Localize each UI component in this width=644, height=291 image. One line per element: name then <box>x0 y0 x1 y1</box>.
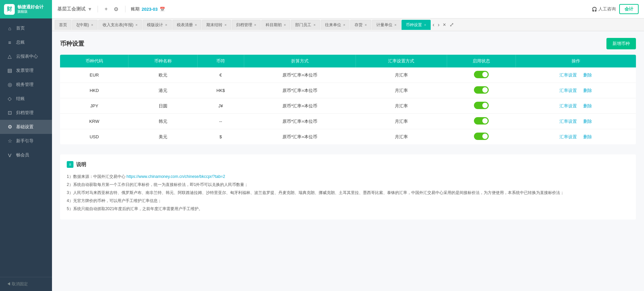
sidebar-item-ledger-label: 总账 <box>16 39 25 45</box>
col-status: 启用状态 <box>447 55 516 67</box>
tab-units[interactable]: 计量单位 × <box>372 20 401 30</box>
delete-link-4[interactable]: 删除 <box>583 134 592 139</box>
tab-period[interactable]: ξ(中期) × <box>72 20 98 30</box>
tab-tax[interactable]: 税表清册 × <box>172 20 201 30</box>
sidebar-item-guide[interactable]: ☆ 新手引导 <box>0 134 52 148</box>
tab-prev-btn[interactable]: ‹ <box>431 21 436 29</box>
delete-link-0[interactable]: 删除 <box>583 72 592 78</box>
delete-link-2[interactable]: 删除 <box>583 103 592 108</box>
sidebar-item-member[interactable]: V 畅会员 <box>0 148 52 162</box>
customer-service-btn[interactable]: 🎧 人工咨询 <box>592 6 616 12</box>
tab-period-end-close[interactable]: × <box>224 23 226 27</box>
cell-symbol-1: HK$ <box>197 83 244 98</box>
tab-next-btn[interactable]: › <box>436 21 441 29</box>
tab-template[interactable]: 模版设计 × <box>143 20 171 30</box>
rate-setting-link-3[interactable]: 汇率设置 <box>559 119 577 124</box>
period-value: 2023-03 <box>142 7 158 12</box>
checkout-icon: ◇ <box>7 96 13 102</box>
cell-method-2: 原币*汇率=本位币 <box>244 98 356 114</box>
delete-link-3[interactable]: 删除 <box>583 119 592 124</box>
tab-home[interactable]: 首页 <box>55 20 71 30</box>
table-header-row: 币种代码 币种名称 币符 折算方式 汇率设置方式 启用状态 操作 <box>60 55 636 67</box>
tab-currency[interactable]: 币种设置 × <box>401 20 430 30</box>
rate-setting-link-2[interactable]: 汇率设置 <box>559 103 577 108</box>
tab-currency-close[interactable]: × <box>424 23 426 27</box>
sidebar-item-home-label: 首页 <box>16 25 25 31</box>
table-row: USD 美元 $ 原币*汇率=本位币 月汇率 汇率设置 删除 <box>60 129 636 145</box>
rate-setting-link-0[interactable]: 汇率设置 <box>559 72 577 78</box>
notes-link[interactable]: https://www.chinamoney.com.cn/chinese/bk… <box>126 174 225 179</box>
sidebar-item-ledger[interactable]: ≡ 总账 <box>0 35 52 49</box>
tab-expand-btn[interactable]: ⤢ <box>448 21 455 29</box>
tab-close-all-btn[interactable]: × <box>441 21 447 29</box>
period-label: 账期 <box>131 6 140 12</box>
tab-dept-close[interactable]: × <box>313 23 315 27</box>
sidebar-item-checkout[interactable]: ◇ 结账 <box>0 92 52 106</box>
cell-code-2: JPY <box>60 98 128 114</box>
home-icon: ⌂ <box>7 26 13 31</box>
sidebar-pin-toggle[interactable]: ◀ 取消固定 <box>0 277 52 291</box>
tab-partners[interactable]: 往来单位 × <box>321 20 350 30</box>
note-item-2: 3）人民币对马来西亚林吉特、俄罗斯卢布、南非兰特、韩元、阿联酋迪拉姆、沙特里亚尔… <box>67 189 629 197</box>
sidebar-item-invoice[interactable]: ▤ 发票管理 <box>0 63 52 78</box>
tab-partners-close[interactable]: × <box>343 23 345 27</box>
tab-subjects[interactable]: 科目期初 × <box>261 20 290 30</box>
account-button[interactable]: 会计 <box>619 4 639 14</box>
tab-units-close[interactable]: × <box>394 23 396 27</box>
tab-archive-close[interactable]: × <box>254 23 256 27</box>
tab-archive[interactable]: 归档管理 × <box>232 20 261 30</box>
sidebar-item-home[interactable]: ⌂ 首页 <box>0 21 52 35</box>
note-item-4: 5）系统只能自动抓取2021年度后的汇率，之前年度汇率需要用户手工维护。 <box>67 205 629 213</box>
tab-tax-close[interactable]: × <box>195 23 197 27</box>
toggle-3[interactable] <box>474 117 489 125</box>
col-symbol: 币符 <box>197 55 244 67</box>
project-selector[interactable]: 基层工会测试 ▼ <box>57 6 92 12</box>
sidebar-item-settings-label: 基础设置 <box>16 124 34 130</box>
tab-inventory-close[interactable]: × <box>365 23 367 27</box>
topbar: 基层工会测试 ▼ + ⚙ 账期 2023-03 📅 🎧 人工咨询 会计 <box>52 0 644 18</box>
tab-income-label: 收入支出表(年报) <box>103 22 133 28</box>
table-row: EUR 欧元 € 原币*汇率=本位币 月汇率 汇率设置 删除 <box>60 67 636 83</box>
member-icon: V <box>7 152 13 158</box>
toggle-4[interactable] <box>474 133 489 140</box>
cell-action-2: 汇率设置 删除 <box>516 98 636 114</box>
tab-subjects-close[interactable]: × <box>284 23 286 27</box>
sidebar-item-reports[interactable]: △ 云报表中心 <box>0 49 52 63</box>
notes-list: 1）数据来源：中国外汇交易中心 https://www.chinamoney.c… <box>67 173 629 213</box>
col-method: 折算方式 <box>244 55 356 67</box>
add-project-btn[interactable]: + <box>103 5 109 13</box>
calendar-icon[interactable]: 📅 <box>160 7 165 12</box>
cell-status-1 <box>447 83 516 98</box>
tab-template-close[interactable]: × <box>165 23 167 27</box>
tab-income-close[interactable]: × <box>136 23 138 27</box>
sidebar-item-settings[interactable]: ⚙ 基础设置 <box>0 120 52 134</box>
topbar-right: 🎧 人工咨询 会计 <box>592 4 639 14</box>
delete-link-1[interactable]: 删除 <box>583 88 592 93</box>
sidebar-item-tax[interactable]: ◎ 税务管理 <box>0 78 52 92</box>
tab-period-close[interactable]: × <box>91 23 93 27</box>
new-currency-button[interactable]: 新增币种 <box>606 38 636 49</box>
table-body: EUR 欧元 € 原币*汇率=本位币 月汇率 汇率设置 删除 HKD 港元 HK… <box>60 67 636 144</box>
tab-dept[interactable]: 部门员工 × <box>291 20 320 30</box>
sidebar-item-archive-label: 归档管理 <box>16 110 34 116</box>
project-dropdown-icon: ▼ <box>88 6 92 12</box>
tab-inventory[interactable]: 存货 × <box>350 20 371 30</box>
toggle-0[interactable] <box>474 71 489 78</box>
settings-btn[interactable]: ⚙ <box>112 5 120 14</box>
toggle-2[interactable] <box>474 102 489 109</box>
guide-icon: ☆ <box>7 138 13 144</box>
tab-income[interactable]: 收入支出表(年报) × <box>98 20 142 30</box>
cell-name-4: 美元 <box>128 129 197 145</box>
cell-rate-type-2: 月汇率 <box>356 98 447 114</box>
rate-setting-link-1[interactable]: 汇率设置 <box>559 88 577 93</box>
ledger-icon: ≡ <box>7 40 13 45</box>
rate-setting-link-4[interactable]: 汇率设置 <box>559 134 577 139</box>
cell-symbol-2: J¥ <box>197 98 244 114</box>
notes-section: ≡ 说明 1）数据来源：中国外汇交易中心 https://www.chinamo… <box>60 154 636 220</box>
tab-period-end[interactable]: 期末结转 × <box>202 20 231 30</box>
sidebar-item-checkout-label: 结账 <box>16 96 25 102</box>
period-display: 账期 2023-03 📅 <box>131 6 165 12</box>
cell-name-1: 港元 <box>128 83 197 98</box>
sidebar-item-archive[interactable]: ⊡ 归档管理 <box>0 106 52 120</box>
toggle-1[interactable] <box>474 86 489 94</box>
